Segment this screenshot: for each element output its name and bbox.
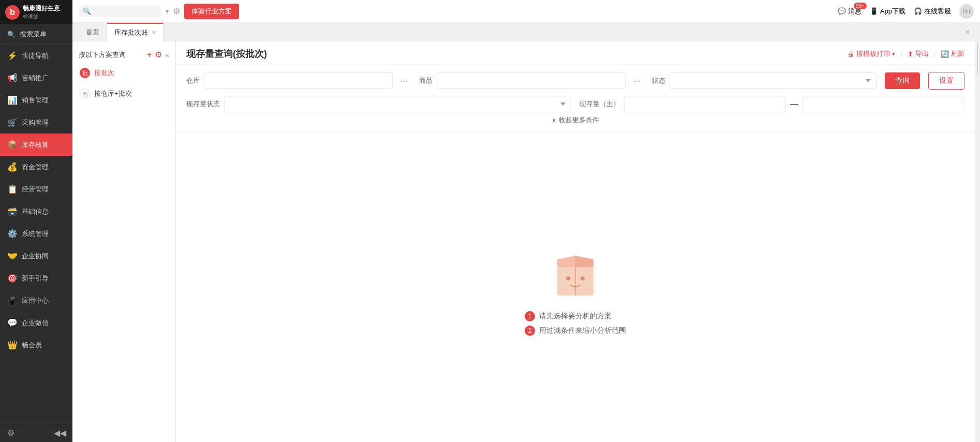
nav-label-wechat: 企业微信: [22, 318, 49, 328]
schema-by-batch-icon: 批: [80, 68, 90, 78]
tab-inventory-batch[interactable]: 库存批次账 ×: [107, 23, 164, 41]
topbar-search-input[interactable]: [93, 8, 145, 15]
brand-logo: b: [5, 5, 20, 20]
filter-row-2: 现存量状态 现存量（主） —: [186, 96, 964, 112]
qty-to-input[interactable]: [803, 96, 964, 112]
action-sep-1: |: [900, 50, 902, 58]
experience-btn[interactable]: 体验行业方案: [184, 4, 239, 19]
main-area: 🔍 ▾ ⚙ 体验行业方案 💬 消息 99+ 📱 App下载 🎧 在线客服: [72, 0, 980, 442]
sidebar-item-newbie[interactable]: 🎯 新手引导: [0, 267, 72, 289]
collapse-more-btn[interactable]: ∧ 收起更多条件: [186, 112, 964, 125]
product-more-icon[interactable]: ···: [630, 76, 644, 86]
nav-label-marketing: 营销推广: [22, 73, 49, 83]
finance-icon: 💰: [7, 162, 18, 172]
schema-by-batch-label: 按批次: [94, 68, 114, 78]
inventory-icon: 📦: [7, 140, 18, 150]
settings-bottom-icon[interactable]: ⚙: [7, 428, 14, 438]
topbar-search-wrap: 🔍: [79, 5, 161, 17]
nav-label-basic: 基础信息: [22, 207, 49, 216]
qty-dash: —: [790, 99, 798, 109]
empty-text: 1 请先选择要分析的方案 2 用过滤条件来缩小分析范围: [525, 311, 626, 336]
marketing-icon: 📢: [7, 73, 18, 83]
svg-point-4: [566, 276, 570, 281]
sidebar-item-purchase[interactable]: 🛒 采购管理: [0, 111, 72, 134]
tab-home-label: 首页: [86, 27, 99, 37]
sidebar-item-finance[interactable]: 💰 资金管理: [0, 156, 72, 178]
status-select[interactable]: [670, 72, 877, 89]
app-download-btn[interactable]: 📱 App下载: [870, 7, 905, 16]
messages-btn[interactable]: 💬 消息 99+: [838, 7, 862, 16]
print-btn[interactable]: 🖨 按模板打印 ▾: [848, 49, 895, 58]
step-1-num: 1: [525, 311, 535, 321]
tab-home[interactable]: 首页: [79, 23, 107, 41]
warehouse-more-icon[interactable]: ···: [397, 76, 411, 86]
product-label: 商品: [419, 76, 433, 85]
add-schema-btn[interactable]: +: [147, 50, 152, 60]
scrollbar-thumb[interactable]: [977, 43, 978, 75]
messages-badge: 99+: [854, 3, 867, 9]
sidebar-collapse-btn[interactable]: ◀◀: [55, 428, 65, 438]
sidebar-item-vip[interactable]: 👑 畅会员: [0, 334, 72, 356]
print-dropdown-icon[interactable]: ▾: [892, 51, 895, 57]
tab-close-icon[interactable]: ×: [152, 29, 156, 36]
app-download-label: App下载: [880, 7, 905, 16]
sidebar-item-basic[interactable]: 🗃️ 基础信息: [0, 200, 72, 223]
topbar-gear-icon[interactable]: ⚙: [173, 6, 180, 16]
product-input[interactable]: [437, 72, 626, 89]
left-panel: 按以下方案查询 + ⚙ « 批 按批次 仓 按仓库+批次: [72, 41, 176, 442]
status-filter: 状态: [652, 72, 877, 89]
tab-bar: 首页 库存批次账 × ×: [72, 23, 980, 41]
sidebar-item-apps[interactable]: 📱 应用中心: [0, 289, 72, 312]
sidebar-item-sales[interactable]: 📊 销售管理: [0, 89, 72, 111]
empty-illustration: [544, 239, 606, 301]
user-avatar[interactable]: Rit: [959, 4, 974, 19]
sidebar-item-marketing[interactable]: 📢 营销推广: [0, 67, 72, 89]
sidebar-bottom: ⚙ ◀◀: [0, 423, 72, 442]
settings-button[interactable]: 设置: [928, 72, 964, 90]
collapse-more-label: 收起更多条件: [559, 115, 599, 125]
stock-status-select[interactable]: [224, 96, 571, 112]
apps-icon: 📱: [7, 296, 18, 305]
stock-status-filter: 现存量状态: [186, 96, 571, 112]
purchase-icon: 🛒: [7, 117, 18, 127]
sales-icon: 📊: [7, 95, 18, 105]
empty-step-2: 2 用过滤条件来缩小分析范围: [525, 326, 626, 336]
collapse-more-icon: ∧: [552, 116, 557, 124]
sidebar-item-inventory[interactable]: 📦 库存核算: [0, 134, 72, 156]
stock-status-label: 现存量状态: [186, 99, 220, 109]
print-label: 按模板打印: [856, 49, 890, 58]
collapse-panel-btn[interactable]: «: [165, 51, 169, 59]
phone-icon: 📱: [870, 7, 878, 15]
nav-label-vip: 畅会员: [22, 341, 42, 350]
online-service-btn[interactable]: 🎧 在线客服: [914, 7, 951, 16]
sidebar-item-operations[interactable]: 📋 经营管理: [0, 178, 72, 200]
refresh-btn[interactable]: 🔄 刷新: [941, 49, 964, 58]
topbar-dropdown-icon[interactable]: ▾: [166, 8, 169, 15]
wechat-icon: 💬: [7, 318, 18, 328]
schema-settings-btn[interactable]: ⚙: [155, 50, 162, 60]
topbar: 🔍 ▾ ⚙ 体验行业方案 💬 消息 99+ 📱 App下载 🎧 在线客服: [72, 0, 980, 23]
warehouse-input[interactable]: [204, 72, 393, 89]
sidebar-item-wechat[interactable]: 💬 企业微信: [0, 312, 72, 334]
nav-label-sales: 销售管理: [22, 96, 49, 105]
schema-by-batch[interactable]: 批 按批次: [72, 63, 175, 83]
export-btn[interactable]: ⬆ 导出: [908, 49, 929, 58]
sidebar-scroll: 🔍 搜索菜单 ⚡ 快捷导航 📢 营销推广 📊 销售管理 🛒 采购管理 📦 库存核…: [0, 24, 72, 423]
schema-by-warehouse-batch[interactable]: 仓 按仓库+批次: [72, 83, 175, 104]
quick-nav-icon: ⚡: [7, 51, 18, 61]
tab-inventory-batch-label: 库存批次账: [114, 28, 148, 37]
tab-bar-right: ×: [961, 28, 974, 36]
query-button[interactable]: 查询: [885, 72, 920, 89]
sidebar-item-search[interactable]: 🔍 搜索菜单: [0, 24, 72, 45]
sidebar-item-enterprise[interactable]: 🤝 企业协同: [0, 245, 72, 267]
close-all-tabs-btn[interactable]: ×: [961, 28, 974, 36]
operations-icon: 📋: [7, 184, 18, 194]
nav-label-purchase: 采购管理: [22, 118, 49, 127]
sidebar-item-quick-nav[interactable]: ⚡ 快捷导航: [0, 45, 72, 67]
step-2-num: 2: [525, 326, 535, 336]
filter-row-1: 仓库 ··· 商品 ··· 状态 查询: [186, 72, 964, 90]
vip-icon: 👑: [7, 340, 18, 350]
sidebar-item-system[interactable]: ⚙️ 系统管理: [0, 223, 72, 245]
qty-from-input[interactable]: [624, 96, 786, 112]
headphone-icon: 🎧: [914, 7, 922, 15]
